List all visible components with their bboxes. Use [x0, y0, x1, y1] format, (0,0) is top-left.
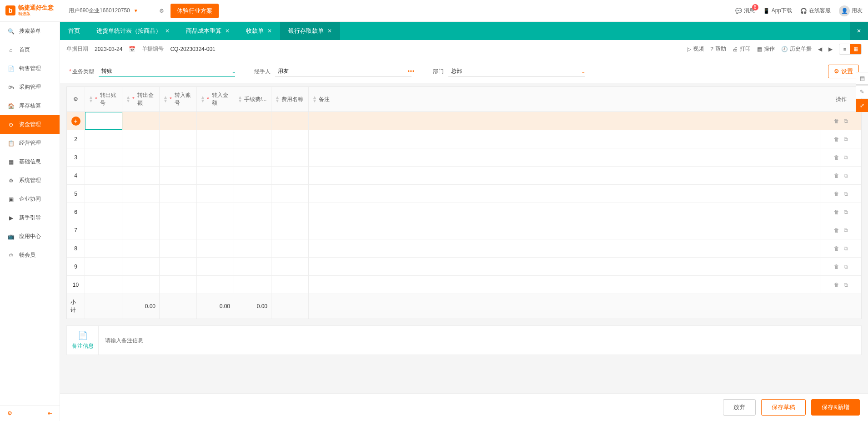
table-cell[interactable]: [197, 130, 234, 148]
close-icon[interactable]: ✕: [165, 28, 170, 34]
table-cell[interactable]: [234, 112, 271, 130]
table-cell[interactable]: [85, 276, 122, 294]
table-cell[interactable]: [197, 185, 234, 203]
tab-1[interactable]: 进货单统计表（按商品）✕: [88, 22, 178, 40]
table-cell[interactable]: [234, 167, 271, 184]
copy-icon[interactable]: ⧉: [844, 154, 848, 161]
view-toggle[interactable]: ≡ ▦: [839, 44, 862, 55]
table-cell[interactable]: [85, 203, 122, 221]
table-cell[interactable]: [309, 112, 821, 130]
sidebar-item-4[interactable]: 🏠库存核算: [0, 96, 60, 115]
dept-input[interactable]: [448, 66, 585, 77]
table-cell[interactable]: [85, 130, 122, 148]
delete-icon[interactable]: 🗑: [834, 282, 839, 288]
table-cell[interactable]: [122, 167, 160, 184]
table-cell[interactable]: [85, 258, 122, 275]
discard-button[interactable]: 放弃: [723, 399, 756, 416]
table-cell[interactable]: [160, 258, 197, 275]
table-cell[interactable]: [271, 221, 309, 239]
table-cell[interactable]: [271, 203, 309, 221]
sidebar-item-10[interactable]: ▶新手引导: [0, 208, 60, 227]
online-service-button[interactable]: 🎧 在线客服: [800, 7, 831, 15]
copy-icon[interactable]: ⧉: [844, 209, 848, 215]
table-row[interactable]: 7🗑⧉: [67, 221, 861, 239]
gear-column[interactable]: ⚙: [67, 87, 85, 112]
sidebar-item-0[interactable]: 🔍搜索菜单: [0, 22, 60, 41]
delete-icon[interactable]: 🗑: [834, 154, 839, 161]
table-row[interactable]: 9🗑⧉: [67, 258, 861, 276]
user-menu[interactable]: 👤 用友: [839, 5, 863, 16]
table-cell[interactable]: [309, 258, 821, 275]
sidebar-item-2[interactable]: 📄销售管理: [0, 59, 60, 78]
column-header-3[interactable]: ▲▼*转入金额: [197, 87, 234, 112]
delete-icon[interactable]: 🗑: [834, 245, 839, 252]
table-row[interactable]: 8🗑⧉: [67, 239, 861, 258]
table-cell[interactable]: [85, 185, 122, 203]
table-cell[interactable]: [234, 276, 271, 294]
table-cell[interactable]: [160, 185, 197, 203]
table-cell[interactable]: [85, 239, 122, 257]
table-cell[interactable]: [160, 239, 197, 257]
table-cell[interactable]: [197, 203, 234, 221]
table-row[interactable]: 10🗑⧉: [67, 276, 861, 294]
sidebar-item-5[interactable]: ⊙资金管理: [0, 115, 60, 134]
grid-view-icon[interactable]: ▦: [850, 44, 861, 54]
table-cell[interactable]: [271, 258, 309, 275]
sidebar-item-8[interactable]: ⚙系统管理: [0, 171, 60, 190]
table-cell[interactable]: [160, 167, 197, 184]
calendar-icon[interactable]: 📅: [129, 46, 135, 52]
sidebar-item-6[interactable]: 📋经营管理: [0, 134, 60, 152]
table-cell[interactable]: [122, 185, 160, 203]
table-row[interactable]: 2🗑⧉: [67, 130, 861, 148]
column-header-0[interactable]: ▲▼*转出账号: [85, 87, 122, 112]
sidebar-item-7[interactable]: ▦基础信息: [0, 152, 60, 171]
table-cell[interactable]: [271, 148, 309, 166]
table-cell[interactable]: [309, 276, 821, 294]
table-cell[interactable]: [122, 130, 160, 148]
tenant-select[interactable]: 用户690企业1660120750 ▼: [65, 5, 156, 17]
print-link[interactable]: 🖨 打印: [733, 45, 751, 53]
table-cell[interactable]: [271, 276, 309, 294]
table-cell[interactable]: [160, 276, 197, 294]
table-cell[interactable]: [271, 112, 309, 130]
rail-item-2[interactable]: ✎: [856, 86, 868, 98]
table-cell[interactable]: [122, 276, 160, 294]
save-new-button[interactable]: 保存&新增: [811, 399, 860, 416]
settings-icon[interactable]: ⚙: [7, 410, 12, 416]
close-icon[interactable]: ✕: [267, 28, 272, 34]
sidebar-item-1[interactable]: ⌂首页: [0, 41, 60, 59]
collapse-icon[interactable]: ⇤: [48, 410, 52, 416]
table-cell[interactable]: [122, 239, 160, 257]
table-cell[interactable]: [85, 112, 122, 130]
table-cell[interactable]: [197, 258, 234, 275]
sidebar-item-12[interactable]: ♔畅会员: [0, 246, 60, 264]
next-button[interactable]: ▶: [828, 46, 833, 52]
remark-input[interactable]: [99, 326, 861, 355]
list-view-icon[interactable]: ≡: [839, 44, 850, 54]
copy-icon[interactable]: ⧉: [844, 245, 848, 252]
copy-icon[interactable]: ⧉: [844, 227, 848, 233]
more-icon[interactable]: •••: [408, 68, 415, 75]
column-header-6[interactable]: ▲▼备注: [309, 87, 821, 112]
table-cell[interactable]: [122, 112, 160, 130]
table-cell[interactable]: [234, 148, 271, 166]
copy-icon[interactable]: ⧉: [844, 136, 848, 142]
table-cell[interactable]: [271, 239, 309, 257]
chevron-down-icon[interactable]: ⌄: [231, 68, 236, 75]
tab-2[interactable]: 商品成本重算✕: [178, 22, 238, 40]
table-cell[interactable]: [309, 203, 821, 221]
tab-0[interactable]: 首页: [60, 22, 88, 40]
close-icon[interactable]: ✕: [225, 28, 230, 34]
table-cell[interactable]: [122, 221, 160, 239]
business-type-input[interactable]: [99, 66, 235, 77]
table-cell[interactable]: [309, 130, 821, 148]
save-draft-button[interactable]: 保存草稿: [761, 399, 806, 416]
delete-icon[interactable]: 🗑: [834, 136, 839, 142]
industry-plan-button[interactable]: 体验行业方案: [171, 4, 219, 18]
table-cell[interactable]: [197, 276, 234, 294]
table-cell[interactable]: [271, 130, 309, 148]
rail-item-1[interactable]: ▤: [856, 72, 868, 85]
table-cell[interactable]: [271, 167, 309, 184]
column-header-2[interactable]: ▲▼*转入账号: [160, 87, 197, 112]
operate-link[interactable]: ▦ 操作: [757, 45, 775, 53]
